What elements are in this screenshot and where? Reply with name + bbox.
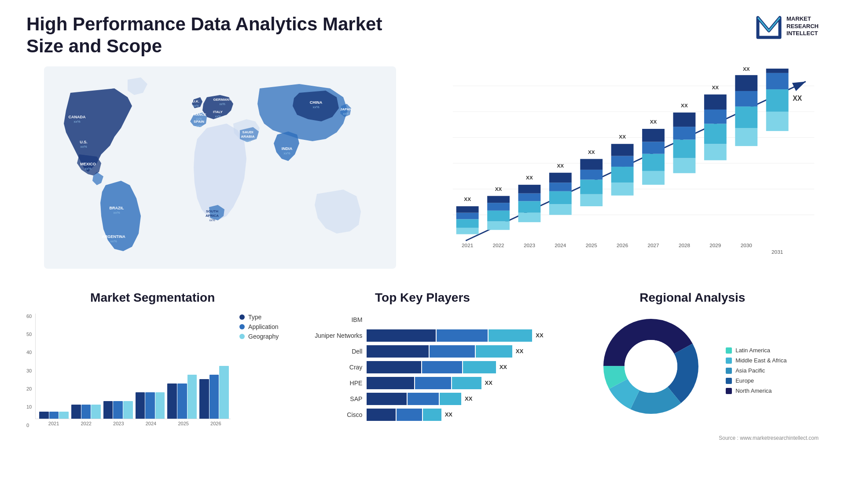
svg-text:2029: 2029 [709, 242, 721, 248]
legend-mea: Middle East & Africa [726, 357, 786, 364]
logo-line1: MARKET [786, 15, 819, 23]
source-text: Source : www.marketresearchintellect.com [566, 435, 819, 441]
svg-text:MEXICO: MEXICO [80, 162, 96, 166]
svg-rect-43 [456, 219, 479, 228]
svg-rect-91 [704, 124, 727, 144]
seg-bar-geo [155, 392, 165, 419]
bar-seg3 [476, 345, 512, 358]
donut-chart [598, 314, 713, 428]
svg-text:xx%: xx% [73, 120, 80, 124]
svg-text:XX: XX [588, 149, 595, 154]
legend-label-mea: Middle East & Africa [735, 357, 786, 364]
player-value: XX [516, 348, 523, 354]
player-value: XX [445, 411, 452, 418]
svg-rect-45 [456, 206, 479, 213]
bar-seg3 [452, 377, 481, 389]
legend-label-type: Type [248, 314, 261, 321]
logo-text: MARKET RESEARCH INTELLECT [786, 15, 819, 38]
seg-bars-container: 2021 2022 2023 2024 2025 2026 [35, 314, 231, 426]
legend-dot-geo [239, 334, 245, 339]
player-name-cisco: Cisco [296, 411, 362, 418]
svg-text:SPAIN: SPAIN [194, 120, 204, 124]
legend-label-asia: Asia Pacific [735, 367, 765, 374]
svg-rect-103 [766, 89, 789, 112]
svg-rect-61 [549, 191, 572, 204]
svg-text:2030: 2030 [741, 242, 753, 248]
svg-rect-90 [704, 144, 727, 160]
bar-seg2 [415, 377, 452, 389]
seg-legend: Type Application Geography [239, 314, 279, 340]
svg-text:2022: 2022 [492, 242, 504, 248]
seg-bar-type [136, 392, 145, 419]
player-row-dell: Dell XX [296, 345, 548, 358]
legend-color-na [726, 388, 732, 394]
world-map-svg: CANADA xx% U.S. xx% MEXICO xx% BRAZIL xx… [26, 66, 414, 269]
legend-application: Application [239, 323, 279, 330]
seg-bar-geo [59, 412, 69, 419]
legend-label-latin: Latin America [735, 347, 770, 354]
svg-rect-86 [673, 127, 696, 139]
svg-text:XX: XX [712, 84, 719, 90]
svg-text:XX: XX [793, 95, 802, 102]
svg-text:FRANCE: FRANCE [191, 113, 206, 117]
player-bar-ibm [367, 314, 548, 326]
player-row-juniper: Juniper Networks XX [296, 329, 548, 342]
seg-bar-app [49, 412, 59, 419]
svg-rect-84 [673, 158, 696, 173]
bar-seg1 [367, 409, 396, 421]
segmentation-section: Market Segmentation 0 10 20 30 40 50 60 [26, 291, 279, 441]
bar-chart-section: XX 2021 XX 2022 XX 2023 [431, 66, 819, 278]
svg-rect-105 [766, 66, 789, 73]
player-bar-sap: XX [367, 393, 548, 405]
svg-rect-98 [735, 91, 757, 106]
world-map-wrapper: CANADA xx% U.S. xx% MEXICO xx% BRAZIL xx… [26, 66, 414, 269]
svg-rect-93 [704, 95, 727, 110]
svg-text:2024: 2024 [555, 242, 566, 248]
svg-text:xx%: xx% [283, 151, 290, 155]
svg-text:2028: 2028 [679, 242, 691, 248]
svg-text:XX: XX [526, 175, 533, 180]
seg-year-2022 [71, 405, 101, 419]
seg-bar-app [81, 405, 91, 419]
legend-dot-app [239, 324, 245, 329]
svg-text:2031: 2031 [772, 248, 783, 254]
svg-text:SOUTH: SOUTH [206, 209, 218, 213]
svg-text:xx%: xx% [219, 102, 225, 106]
svg-rect-56 [518, 193, 541, 201]
svg-text:XX: XX [557, 163, 564, 168]
svg-rect-55 [518, 201, 541, 212]
svg-rect-63 [549, 173, 572, 183]
player-name-cray: Cray [296, 364, 362, 371]
bar-chart-svg: XX 2021 XX 2022 XX 2023 [431, 66, 819, 269]
legend-color-europe [726, 378, 732, 384]
svg-text:CANADA: CANADA [69, 115, 86, 119]
logo: MARKET RESEARCH INTELLECT [756, 13, 819, 40]
svg-rect-49 [487, 211, 510, 221]
seg-bar-type [167, 383, 177, 419]
svg-text:2025: 2025 [586, 242, 598, 248]
svg-text:xx%: xx% [209, 219, 215, 222]
legend-geography: Geography [239, 333, 279, 340]
player-bar-dell: XX [367, 345, 548, 358]
donut-legend-row: Latin America Middle East & Africa Asia … [598, 314, 786, 428]
bar-seg2 [397, 409, 422, 421]
svg-text:xx%: xx% [80, 145, 87, 149]
svg-rect-81 [642, 129, 665, 142]
player-bar-cisco: XX [367, 409, 548, 421]
svg-rect-66 [580, 194, 603, 206]
svg-text:2027: 2027 [647, 242, 659, 248]
legend-europe: Europe [726, 377, 786, 384]
players-section: Top Key Players IBM Juniper Networks XX … [296, 291, 548, 441]
player-bar-hpe: XX [367, 377, 548, 389]
player-value: XX [500, 364, 507, 370]
svg-text:U.S.: U.S. [80, 140, 88, 144]
svg-text:ARABIA: ARABIA [241, 135, 254, 139]
seg-bar-geo [187, 375, 197, 419]
svg-rect-62 [549, 183, 572, 191]
segmentation-title: Market Segmentation [26, 291, 279, 305]
legend-type: Type [239, 314, 279, 321]
legend-color-mea [726, 358, 732, 364]
seg-bar-geo [123, 401, 133, 419]
page-title: High Performance Data Analytics Market S… [26, 13, 422, 58]
donut-svg [598, 314, 704, 419]
